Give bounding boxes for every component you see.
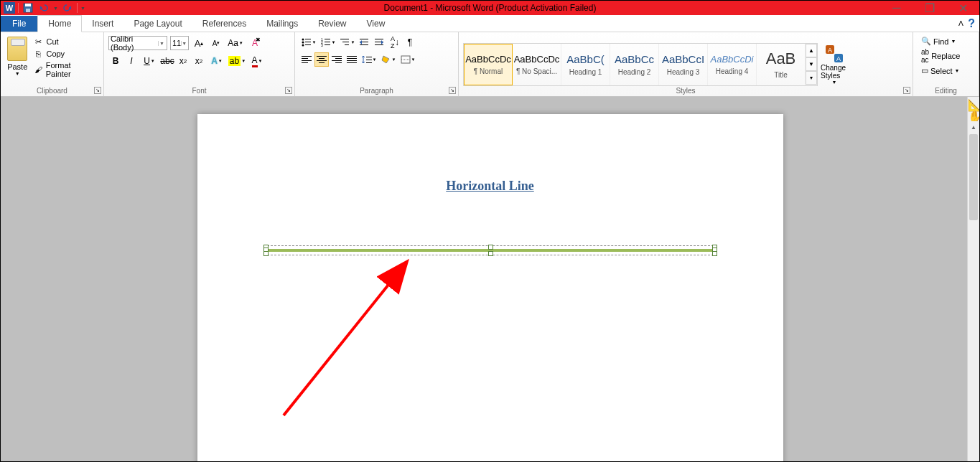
grow-font-button[interactable]: A▴ bbox=[192, 36, 206, 50]
undo-icon[interactable] bbox=[37, 1, 50, 14]
copy-button[interactable]: ⎘Copy bbox=[31, 48, 98, 60]
pan-icon[interactable]: ✋ bbox=[968, 110, 978, 120]
decrease-indent-button[interactable] bbox=[358, 35, 372, 50]
format-painter-button[interactable]: 🖌Format Painter bbox=[31, 60, 98, 79]
bullets-button[interactable]: ▼ bbox=[299, 35, 318, 50]
change-styles-icon: AA bbox=[824, 44, 844, 64]
font-name-combo[interactable]: Calibri (Body)▼ bbox=[108, 36, 167, 50]
justify-button[interactable] bbox=[345, 52, 359, 67]
align-left-button[interactable] bbox=[299, 52, 314, 67]
style-no-spacing[interactable]: AaBbCcDc¶ No Spaci... bbox=[513, 44, 561, 85]
tab-insert[interactable]: Insert bbox=[82, 16, 123, 32]
title-bar: W ▼ ▼ Document1 - Microsoft Word (Produc… bbox=[1, 1, 979, 15]
resize-handle-br[interactable] bbox=[712, 251, 717, 256]
font-launcher[interactable]: ↘ bbox=[285, 87, 292, 94]
bold-button[interactable]: B bbox=[108, 54, 123, 68]
close-button[interactable]: ✕ bbox=[946, 1, 979, 15]
svg-rect-15 bbox=[340, 39, 349, 39]
paragraph-launcher[interactable]: ↘ bbox=[449, 87, 456, 94]
style-heading4[interactable]: AaBbCcDiHeading 4 bbox=[708, 44, 757, 85]
styles-group-label: Styles bbox=[459, 87, 913, 95]
svg-line-49 bbox=[284, 263, 406, 415]
multilevel-list-button[interactable]: ▼ bbox=[338, 35, 357, 50]
borders-button[interactable]: ▼ bbox=[398, 52, 417, 67]
svg-rect-17 bbox=[345, 44, 349, 45]
resize-handle-tc[interactable] bbox=[488, 245, 493, 250]
tab-review[interactable]: Review bbox=[308, 16, 356, 32]
font-size-combo[interactable]: 11▼ bbox=[170, 36, 189, 50]
sort-button[interactable]: AZ↓ bbox=[388, 35, 402, 50]
copy-icon: ⎘ bbox=[33, 49, 43, 59]
clipboard-launcher[interactable]: ↘ bbox=[94, 87, 101, 94]
change-case-button[interactable]: Aa▼ bbox=[226, 36, 245, 50]
select-button[interactable]: ▭Select ▼ bbox=[920, 65, 972, 76]
increase-indent-button[interactable] bbox=[373, 35, 387, 50]
gallery-more[interactable]: ▾ bbox=[806, 71, 817, 85]
strikethrough-button[interactable]: abc bbox=[160, 54, 174, 68]
paste-button[interactable]: Paste ▼ bbox=[5, 34, 29, 95]
gallery-scroll-up[interactable]: ▲ bbox=[806, 44, 817, 57]
resize-handle-bc[interactable] bbox=[488, 251, 493, 256]
show-marks-button[interactable]: ¶ bbox=[403, 35, 417, 50]
clipboard-icon bbox=[7, 37, 27, 61]
svg-rect-21 bbox=[375, 39, 383, 39]
editing-group-label: Editing bbox=[913, 87, 979, 95]
scroll-thumb[interactable] bbox=[969, 134, 978, 220]
shading-button[interactable]: ▼ bbox=[379, 52, 398, 67]
line-spacing-button[interactable]: ▼ bbox=[360, 52, 378, 67]
svg-text:A: A bbox=[828, 47, 832, 54]
svg-rect-1 bbox=[25, 4, 31, 6]
help-icon[interactable]: ? bbox=[968, 17, 975, 30]
resize-handle-bl[interactable] bbox=[263, 251, 269, 256]
text-effects-button[interactable]: A▼ bbox=[207, 54, 226, 68]
align-right-button[interactable] bbox=[330, 52, 344, 67]
redo-icon[interactable] bbox=[61, 1, 74, 14]
style-heading1[interactable]: AaBbC(Heading 1 bbox=[561, 44, 610, 85]
style-normal[interactable]: AaBbCcDc¶ Normal bbox=[464, 44, 513, 85]
vertical-scrollbar[interactable]: 📐 ✋ ▲ bbox=[967, 97, 979, 461]
svg-rect-30 bbox=[317, 60, 327, 61]
tab-home[interactable]: Home bbox=[37, 15, 82, 32]
tab-page-layout[interactable]: Page Layout bbox=[123, 16, 192, 32]
font-color-button[interactable]: A▼ bbox=[248, 54, 266, 68]
svg-rect-36 bbox=[347, 56, 357, 57]
scroll-up-button[interactable]: ▲ bbox=[968, 121, 979, 133]
tab-references[interactable]: References bbox=[192, 16, 256, 32]
find-button[interactable]: 🔍Find ▼ bbox=[920, 36, 972, 47]
tab-mailings[interactable]: Mailings bbox=[256, 16, 308, 32]
brush-icon: 🖌 bbox=[33, 65, 42, 75]
numbering-button[interactable]: 123▼ bbox=[319, 35, 337, 50]
gallery-scroll-down[interactable]: ▼ bbox=[806, 57, 817, 71]
underline-button[interactable]: U▼ bbox=[140, 54, 159, 68]
replace-icon: abac bbox=[921, 48, 929, 64]
superscript-button[interactable]: x2 bbox=[192, 54, 206, 68]
ruler-toggle-icon[interactable]: 📐 bbox=[968, 98, 978, 108]
find-icon: 🔍 bbox=[921, 37, 931, 46]
tab-file[interactable]: File bbox=[1, 16, 37, 32]
cut-button[interactable]: ✂Cut bbox=[31, 36, 98, 47]
align-center-button[interactable] bbox=[314, 52, 329, 67]
word-app-icon[interactable]: W bbox=[4, 2, 15, 14]
minimize-ribbon-icon[interactable]: ᐱ bbox=[958, 19, 963, 27]
tab-view[interactable]: View bbox=[357, 16, 396, 32]
document-area[interactable]: Horizontal Line 📐 ✋ ▲ bbox=[1, 97, 979, 461]
save-icon[interactable] bbox=[22, 1, 34, 14]
style-heading2[interactable]: AaBbCcHeading 2 bbox=[610, 44, 659, 85]
styles-launcher[interactable]: ↘ bbox=[903, 87, 910, 94]
maximize-button[interactable]: ❐ bbox=[913, 1, 946, 15]
style-heading3[interactable]: AaBbCcIHeading 3 bbox=[659, 44, 708, 85]
styles-gallery: AaBbCcDc¶ Normal AaBbCcDc¶ No Spaci... A… bbox=[463, 43, 818, 86]
svg-point-5 bbox=[302, 42, 304, 44]
subscript-button[interactable]: x2 bbox=[176, 54, 190, 68]
italic-button[interactable]: I bbox=[124, 54, 139, 68]
svg-rect-12 bbox=[325, 42, 330, 42]
minimize-button[interactable]: ─ bbox=[880, 1, 913, 15]
style-title[interactable]: AaBTitle bbox=[757, 44, 806, 85]
shrink-font-button[interactable]: A▾ bbox=[209, 36, 223, 50]
change-styles-button[interactable]: AA Change Styles▼ bbox=[818, 41, 851, 88]
clear-formatting-button[interactable]: A✖ bbox=[248, 36, 262, 50]
document-page[interactable]: Horizontal Line bbox=[197, 114, 783, 461]
highlight-button[interactable]: ab▼ bbox=[228, 54, 246, 68]
horizontal-line-object[interactable] bbox=[266, 245, 714, 255]
replace-button[interactable]: abacReplace bbox=[920, 47, 972, 65]
